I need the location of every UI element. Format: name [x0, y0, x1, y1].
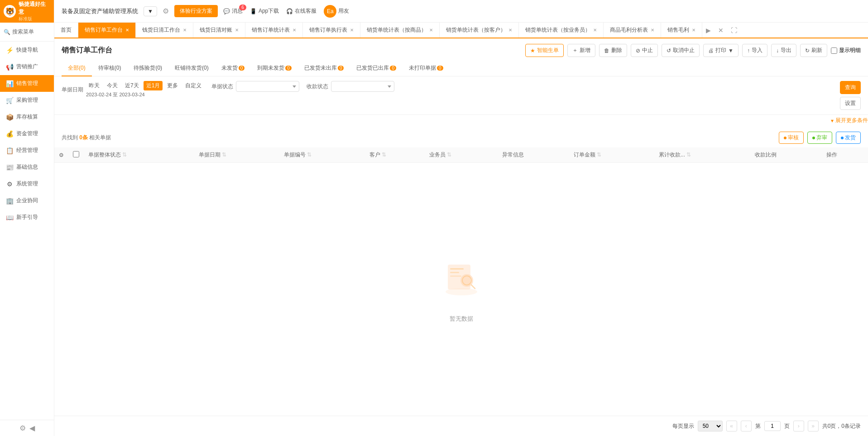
topbar-settings-button[interactable]: ⚙ [163, 7, 169, 15]
col-staff-header[interactable]: 业务员⇅ [425, 147, 497, 163]
sidebar-item-operations[interactable]: 📋 经营管理 [0, 142, 54, 159]
filter-settings-button[interactable]: 设置 [840, 97, 861, 110]
refresh-button[interactable]: ↻ 刷新 [800, 44, 827, 57]
guide-icon: 📖 [5, 214, 14, 221]
tabbar-more-button[interactable]: ▶ [702, 23, 715, 38]
cancel-review-action-button[interactable]: 弃审 [807, 132, 832, 144]
tab-close-sales-exec[interactable]: ✕ [350, 28, 354, 33]
online-service-button[interactable]: 🎧 在线客服 [286, 7, 317, 15]
col-number-header[interactable]: 单据编号⇅ [279, 147, 364, 163]
filter-expand-row: ▾ 展开更多条件 [54, 115, 868, 128]
sidebar-item-basic[interactable]: 📰 基础信息 [0, 159, 54, 175]
tab-sales-stat-product[interactable]: 销货单统计表（按商品） ✕ [360, 23, 440, 38]
subtab-not-shipped[interactable]: 未发货0 [215, 61, 251, 76]
tab-cash-daily[interactable]: 钱货日清工作台 ✕ [136, 23, 193, 38]
payment-select[interactable] [331, 81, 394, 92]
subtab-shipped-not-out[interactable]: 已发货未出库0 [298, 61, 350, 76]
date-today-button[interactable]: 今天 [104, 81, 120, 90]
tab-close-sales-stat[interactable]: ✕ [293, 28, 296, 33]
sidebar-item-inventory[interactable]: 📦 库存核算 [0, 109, 54, 125]
first-page-button[interactable]: « [726, 421, 737, 431]
page-input[interactable] [764, 421, 781, 431]
tab-sales-exec[interactable]: 销售订单执行表 ✕ [303, 23, 360, 38]
detail-checkbox-label[interactable]: 显示明细 [831, 47, 861, 54]
date-more-button[interactable]: 更多 [164, 81, 181, 90]
col-status-header[interactable]: 单据整体状态⇅ [84, 147, 194, 163]
tab-close-sales-stat-product[interactable]: ✕ [429, 28, 433, 33]
next-page-button[interactable]: › [793, 421, 804, 431]
select-all-checkbox[interactable] [73, 151, 79, 157]
subtab-wangpu-pending[interactable]: 旺铺待发货(0) [168, 61, 215, 76]
tab-close-sales-workbench[interactable]: ✕ [125, 28, 129, 33]
sidebar-item-system[interactable]: ⚙ 系统管理 [0, 175, 54, 192]
tab-close-sales-stat-staff[interactable]: ✕ [593, 28, 597, 33]
user-menu-button[interactable]: Ea 用友 [324, 5, 349, 18]
tab-close-cash-reconcile[interactable]: ✕ [235, 28, 239, 33]
col-settings-header[interactable]: ⚙ [54, 147, 68, 163]
tab-close-cash-daily[interactable]: ✕ [183, 28, 187, 33]
print-button[interactable]: 🖨 打印 ▼ [703, 44, 739, 57]
tab-close-sales-profit[interactable]: ✕ [692, 28, 695, 33]
import-button[interactable]: ↑ 导入 [742, 44, 767, 57]
messages-button[interactable]: 💬 消息 6 [223, 7, 243, 15]
cancel-stop-icon: ↺ [667, 47, 671, 54]
smart-create-button[interactable]: ★ 智能生单 [525, 44, 564, 57]
stop-button[interactable]: ⊘ 中止 [631, 44, 658, 57]
date-custom-button[interactable]: 自定义 [182, 81, 204, 90]
sidebar-item-enterprise[interactable]: 🏢 企业协同 [0, 192, 54, 209]
search-menu-button[interactable]: 🔍 搜索菜单 [4, 26, 50, 38]
tab-close-product-margin[interactable]: ✕ [651, 28, 654, 33]
col-collected-header[interactable]: 累计收款...⇅ [654, 147, 750, 163]
sidebar-item-finance[interactable]: 💰 资金管理 [0, 125, 54, 142]
overdue-not-shipped-badge: 0 [285, 66, 292, 71]
sidebar-item-quick-nav[interactable]: ⚡ 快捷导航 [0, 42, 54, 58]
add-button[interactable]: ＋ 新增 [567, 44, 595, 57]
subtab-overdue-not-shipped[interactable]: 到期未发货0 [251, 61, 298, 76]
query-button[interactable]: 查询 [840, 81, 861, 94]
page-size-select[interactable]: 50 10 20 100 [698, 421, 723, 431]
prev-page-button[interactable]: ‹ [741, 421, 752, 431]
subtab-shipped-out[interactable]: 已发货已出库0 [350, 61, 403, 76]
last-page-button[interactable]: » [808, 421, 819, 431]
industry-solution-button[interactable]: 体验行业方案 [174, 5, 218, 17]
cancel-stop-button[interactable]: ↺ 取消中止 [662, 44, 700, 57]
tab-product-margin[interactable]: 商品毛利分析表 ✕ [604, 23, 661, 38]
date-last7-button[interactable]: 近7天 [122, 81, 142, 90]
sidebar-item-guide[interactable]: 📖 新手引导 [0, 209, 54, 226]
system-dropdown-button[interactable]: ▼ [144, 6, 157, 16]
subtab-pending-inspect[interactable]: 待拣验货(0) [127, 61, 168, 76]
sidebar-item-purchase[interactable]: 🛒 采购管理 [0, 92, 54, 109]
tab-sales-stat-customer[interactable]: 销货单统计表（按客户） ✕ [440, 23, 519, 38]
date-yesterday-button[interactable]: 昨天 [86, 81, 102, 90]
col-amount-header[interactable]: 订单金额⇅ [569, 147, 654, 163]
tab-sales-stat[interactable]: 销售订单统计表 ✕ [245, 23, 303, 38]
ship-action-button[interactable]: 发货 [836, 132, 861, 144]
tab-close-sales-stat-customer[interactable]: ✕ [508, 28, 512, 33]
subtab-all[interactable]: 全部(0) [62, 61, 92, 76]
tabbar-fullscreen-button[interactable]: ⛶ [727, 23, 741, 38]
sidebar-item-sales[interactable]: 📊 销售管理 [0, 75, 54, 92]
app-download-button[interactable]: 📱 App下载 [250, 7, 279, 15]
col-date-header[interactable]: 单据日期⇅ [194, 147, 279, 163]
status-select[interactable] [236, 81, 299, 92]
subtab-pending-review[interactable]: 待审核(0) [92, 61, 128, 76]
review-action-button[interactable]: 审核 [779, 132, 804, 144]
sidebar-settings-button[interactable]: ⚙ [19, 424, 26, 432]
tab-cash-reconcile[interactable]: 钱货日清对账 ✕ [193, 23, 245, 38]
subtab-not-printed[interactable]: 未打印单据0 [403, 61, 450, 76]
delete-button[interactable]: 🗑 删除 [599, 44, 627, 57]
export-button[interactable]: ↓ 导出 [771, 44, 796, 57]
logo-text: 畅捷通好生意 标准版 [19, 0, 50, 22]
tab-sales-profit[interactable]: 销售毛利 ✕ [661, 23, 702, 38]
tab-home[interactable]: 首页 [54, 23, 78, 38]
date-last1m-button[interactable]: 近1月 [144, 81, 163, 90]
detail-checkbox[interactable] [831, 47, 837, 54]
sidebar-item-marketing[interactable]: 📢 营销推广 [0, 58, 54, 75]
tabbar-close-all-button[interactable]: ✕ [715, 23, 727, 38]
plus-icon: ＋ [572, 47, 578, 54]
tab-sales-workbench[interactable]: 销售订单工作台 ✕ [78, 23, 136, 38]
col-customer-header[interactable]: 客户⇅ [365, 147, 425, 163]
tab-sales-stat-staff[interactable]: 销货单统计表（按业务员） ✕ [519, 23, 604, 38]
expand-more-button[interactable]: ▾ 展开更多条件 [831, 117, 868, 124]
sidebar-collapse-button[interactable]: ◀ [29, 424, 35, 432]
